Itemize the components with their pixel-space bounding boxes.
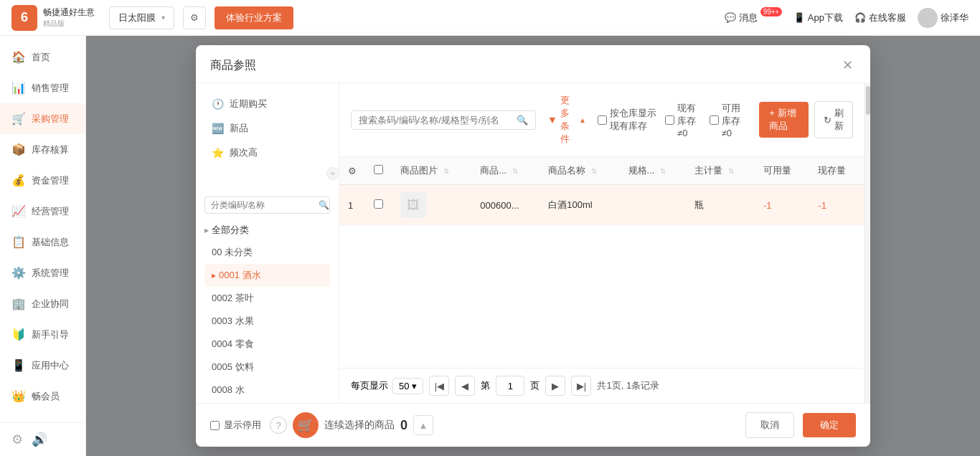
- available-nonzero-checkbox[interactable]: 可用库存≠0: [710, 102, 748, 138]
- sales-icon: 📊: [11, 81, 26, 95]
- settings-button[interactable]: ⚙: [183, 6, 206, 29]
- row-checkbox[interactable]: [374, 199, 383, 209]
- category-item-water[interactable]: 0008 水: [204, 379, 330, 402]
- bell-icon: 💬: [725, 12, 736, 23]
- category-item-drinks[interactable]: 0005 饮料: [204, 356, 330, 379]
- last-page-button[interactable]: ▶|: [571, 376, 591, 396]
- basics-icon: 📋: [11, 235, 26, 249]
- sidebar-item-member[interactable]: 👑 畅会员: [0, 381, 85, 412]
- sound-icon[interactable]: 🔊: [32, 432, 47, 447]
- show-disabled-input[interactable]: [210, 421, 220, 430]
- refresh-button[interactable]: ↻ 刷新: [814, 101, 853, 138]
- collapse-panel-button[interactable]: ‹‹: [326, 167, 339, 180]
- more-filter-button[interactable]: ▼ 更多条件 ▲: [542, 90, 592, 149]
- category-search-icon: 🔍: [319, 200, 329, 210]
- select-all-checkbox[interactable]: [374, 165, 383, 174]
- row-unit-cell: 瓶: [686, 185, 754, 226]
- pagination-info: 共1页, 1条记录: [597, 379, 659, 392]
- col-settings-icon[interactable]: ⚙: [348, 166, 357, 176]
- row-available-cell: -1: [755, 185, 810, 226]
- scroll-thumb[interactable]: [866, 86, 870, 115]
- product-table-area: ⚙ 商品图片 ⇅: [339, 157, 864, 368]
- modal-body: 🕐 近期购买 🆕 新品 ⭐ 频次高: [196, 83, 870, 403]
- notification-badge: 99++: [760, 7, 782, 16]
- sidebar-item-guide[interactable]: 🔰 新手引导: [0, 319, 85, 350]
- stock-nonzero-checkbox[interactable]: 现有库存≠0: [665, 102, 704, 138]
- product-search-input[interactable]: [359, 115, 517, 125]
- recent-icon: 🕐: [212, 98, 224, 110]
- sidebar-item-purchase[interactable]: 🛒 采购管理: [0, 103, 85, 134]
- nav-selector[interactable]: 日太阳膜 ▾: [109, 6, 174, 29]
- show-disabled-checkbox[interactable]: 显示停用: [210, 419, 261, 432]
- inventory-icon: 📦: [11, 143, 26, 156]
- star-icon: ⭐: [212, 147, 224, 158]
- row-image-cell: 🖼: [392, 185, 471, 226]
- category-item-uncategorized[interactable]: 00 未分类: [204, 241, 330, 264]
- logo-icon: 6: [11, 5, 37, 31]
- category-item-fruit[interactable]: 0003 水果: [204, 310, 330, 333]
- sidebar-item-apps[interactable]: 📱 应用中心: [0, 350, 85, 381]
- quick-frequent[interactable]: ⭐ 频次高: [204, 141, 330, 165]
- next-page-button[interactable]: ▶: [545, 376, 565, 396]
- category-item-liquor[interactable]: ▶ 0001 酒水: [204, 264, 330, 287]
- cart-area: ? 🛒 连续选择的商品 0 ▲: [270, 412, 433, 438]
- expand-button[interactable]: ▲: [413, 415, 433, 435]
- image-col-header: 商品图片 ⇅: [392, 157, 471, 185]
- modal-header: 商品参照 ✕: [196, 45, 870, 83]
- sidebar-item-enterprise[interactable]: 🏢 企业协同: [0, 288, 85, 319]
- sidebar-item-finance[interactable]: 💰 资金管理: [0, 165, 85, 196]
- quick-new-product[interactable]: 🆕 新品: [204, 116, 330, 141]
- sort-icon: ⇅: [660, 167, 666, 175]
- product-table: ⚙ 商品图片 ⇅: [339, 157, 864, 226]
- page-number-input[interactable]: [496, 376, 524, 396]
- cancel-button[interactable]: 取消: [745, 412, 794, 438]
- sidebar-item-basics[interactable]: 📋 基础信息: [0, 227, 85, 257]
- sidebar-item-inventory[interactable]: 📦 库存核算: [0, 134, 85, 165]
- phone-icon: 📱: [793, 12, 805, 23]
- sidebar-item-home[interactable]: 🏠 首页: [0, 42, 85, 72]
- search-icon: 🔍: [517, 115, 528, 125]
- experience-button[interactable]: 体验行业方案: [215, 6, 293, 29]
- modal-close-button[interactable]: ✕: [839, 57, 856, 74]
- row-spec-cell: [620, 185, 687, 226]
- page-size-select[interactable]: 50 ▾: [392, 378, 423, 394]
- modal-title: 商品参照: [210, 58, 256, 73]
- warehouse-stock-checkbox[interactable]: 按仓库显示现有库存: [598, 107, 659, 133]
- right-panel: 🔍 ▼ 更多条件 ▲ 按仓库显示现有库存: [339, 83, 864, 403]
- category-search-box: 🔍: [204, 196, 330, 214]
- all-categories-item[interactable]: ▶ 全部分类: [204, 219, 330, 241]
- user-menu[interactable]: 徐泽华: [918, 8, 969, 28]
- code-col-header: 商品... ⇅: [471, 157, 540, 185]
- product-reference-modal: 商品参照 ✕ 🕐 近期购买 🆕: [196, 45, 870, 447]
- sidebar-item-operations[interactable]: 📈 经营管理: [0, 196, 85, 227]
- row-name-cell: 白酒100ml: [540, 185, 619, 226]
- sidebar-item-system[interactable]: ⚙️ 系统管理: [0, 257, 85, 288]
- cart-icon[interactable]: 🛒: [293, 412, 319, 438]
- new-icon: 🆕: [212, 123, 224, 134]
- product-image: 🖼: [400, 192, 426, 218]
- table-row[interactable]: 1 🖼 000600... 白酒100ml: [339, 185, 864, 226]
- help-icon[interactable]: ?: [270, 417, 287, 434]
- confirm-button[interactable]: 确定: [803, 413, 856, 437]
- category-item-tea[interactable]: 0002 茶叶: [204, 287, 330, 310]
- page-size-selector: 每页显示 50 ▾: [351, 378, 423, 394]
- add-product-button[interactable]: + 新增商品: [759, 102, 809, 138]
- online-service-button[interactable]: 🎧 在线客服: [854, 11, 906, 24]
- row-stock-cell: -1: [809, 185, 864, 226]
- settings-bottom-icon[interactable]: ⚙: [11, 432, 23, 447]
- pagination: 每页显示 50 ▾ |◀ ◀ 第 页 ▶: [339, 368, 864, 403]
- modal-overlay: 商品参照 ✕ 🕐 近期购买 🆕: [86, 36, 980, 456]
- quick-recent-purchase[interactable]: 🕐 近期购买: [204, 92, 330, 116]
- settings-col-header: ⚙: [339, 157, 365, 185]
- prev-page-button[interactable]: ◀: [455, 376, 475, 396]
- category-search-input[interactable]: [211, 200, 319, 210]
- sidebar-item-sales[interactable]: 📊 销售管理: [0, 72, 85, 103]
- system-icon: ⚙️: [11, 266, 26, 280]
- category-item-snacks[interactable]: 0004 零食: [204, 333, 330, 356]
- filter-icon: ▼: [547, 114, 557, 125]
- first-page-button[interactable]: |◀: [429, 376, 449, 396]
- app-download-button[interactable]: 📱 App下载: [793, 11, 843, 24]
- row-code-cell: 000600...: [471, 185, 540, 226]
- search-toolbar: 🔍 ▼ 更多条件 ▲ 按仓库显示现有库存: [339, 83, 864, 157]
- notifications-button[interactable]: 💬 消息 99++: [725, 11, 782, 24]
